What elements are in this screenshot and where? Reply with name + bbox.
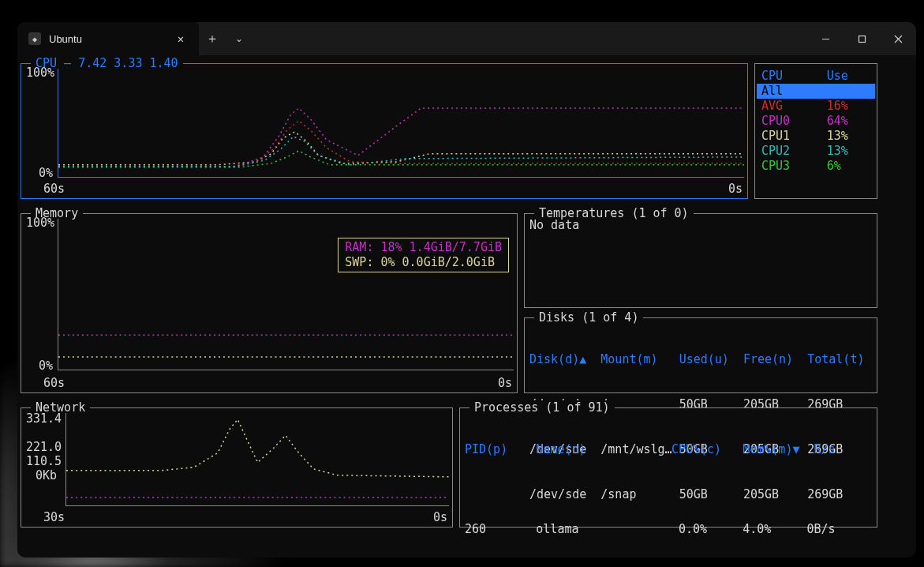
net-y0: 0Kb (36, 468, 57, 483)
disks-header[interactable]: Disk(d)▲ Mount(m) Used(u) Free(n) Total(… (529, 352, 872, 367)
cpu-table: CPU Use All AVG 16% CPU0 64% (757, 69, 875, 174)
network-plot (66, 413, 449, 501)
cpu-panel[interactable]: CPU — 7.42 3.33 1.40 100% 0% 60s 0s (21, 63, 748, 199)
memory-stats-box: RAM: 18% 1.4GiB/7.7GiB SWP: 0% 0.0GiB/2.… (338, 238, 509, 272)
close-tab-button[interactable]: ✕ (174, 32, 188, 46)
titlebar: ◆ Ubuntu ✕ ＋ ⌄ (17, 22, 916, 55)
net-xright: 0s (433, 510, 447, 525)
close-window-button[interactable] (880, 22, 916, 55)
cpu-xright: 0s (728, 182, 743, 197)
terminal-window: ◆ Ubuntu ✕ ＋ ⌄ CPU — 7.42 3.33 1.40 100%… (17, 22, 916, 558)
cpu-row-cpu1[interactable]: CPU1 13% (757, 129, 875, 144)
mem-xleft: 60s (43, 376, 65, 391)
cpu-plot (58, 69, 744, 171)
cpu-row-cpu0[interactable]: CPU0 64% (757, 114, 875, 129)
disks-panel[interactable]: Disks (1 of 4) Disk(d)▲ Mount(m) Used(u)… (524, 317, 877, 393)
memory-ram-line: RAM: 18% 1.4GiB/7.7GiB (345, 240, 502, 255)
svg-rect-0 (859, 36, 865, 42)
processes-header[interactable]: PID(p) Name(n) CPU%(c) Mem%(m)▼ R/s (465, 442, 872, 457)
tab-dropdown-button[interactable]: ⌄ (226, 22, 253, 55)
cpu-ymax: 100% (26, 66, 54, 81)
cpu-list-panel[interactable]: CPU Use All AVG 16% CPU0 64% (754, 63, 877, 199)
maximize-button[interactable] (844, 22, 880, 55)
tab-ubuntu[interactable]: ◆ Ubuntu ✕ (17, 22, 199, 55)
minimize-button[interactable] (807, 22, 844, 55)
mem-ymin: 0% (39, 359, 53, 374)
new-tab-button[interactable]: ＋ (199, 22, 226, 55)
tab-title: Ubuntu (49, 33, 82, 45)
cpu-col-use[interactable]: Use (822, 69, 875, 84)
cpu-row-cpu2[interactable]: CPU2 13% (757, 144, 875, 159)
mem-ymax: 100% (26, 216, 54, 231)
ubuntu-icon: ◆ (28, 32, 41, 45)
net-y2: 221.0 (26, 440, 62, 455)
net-xleft: 30s (43, 510, 65, 525)
terminal-body: CPU — 7.42 3.33 1.40 100% 0% 60s 0s (17, 55, 916, 558)
cpu-row-avg[interactable]: AVG 16% (757, 99, 875, 114)
cpu-ymin: 0% (39, 166, 53, 181)
net-y3: 331.4 (26, 411, 62, 426)
mem-xright: 0s (498, 376, 512, 391)
network-panel[interactable]: Network 331.4 221.0 110.5 0Kb 30s 0s (21, 407, 453, 528)
processes-panel[interactable]: Processes (1 of 91) PID(p) Name(n) CPU%(… (459, 407, 877, 528)
cpu-row-all[interactable]: All (757, 84, 875, 99)
cpu-row-cpu3[interactable]: CPU3 6% (757, 159, 875, 174)
memory-swp-line: SWP: 0% 0.0GiB/2.0GiB (345, 255, 502, 270)
process-row[interactable]: 260 ollama 0.0% 4.0% 0B/s (465, 522, 872, 537)
net-y1: 110.5 (26, 454, 62, 469)
memory-panel[interactable]: Memory 100% 0% 60s 0s RAM: 18% 1.4GiB/7.… (21, 213, 518, 393)
cpu-col-cpu[interactable]: CPU (757, 69, 822, 84)
temperatures-body: No data (529, 218, 872, 233)
cpu-xleft: 60s (43, 182, 65, 197)
temperatures-panel[interactable]: Temperatures (1 of 0) No data (524, 213, 877, 308)
